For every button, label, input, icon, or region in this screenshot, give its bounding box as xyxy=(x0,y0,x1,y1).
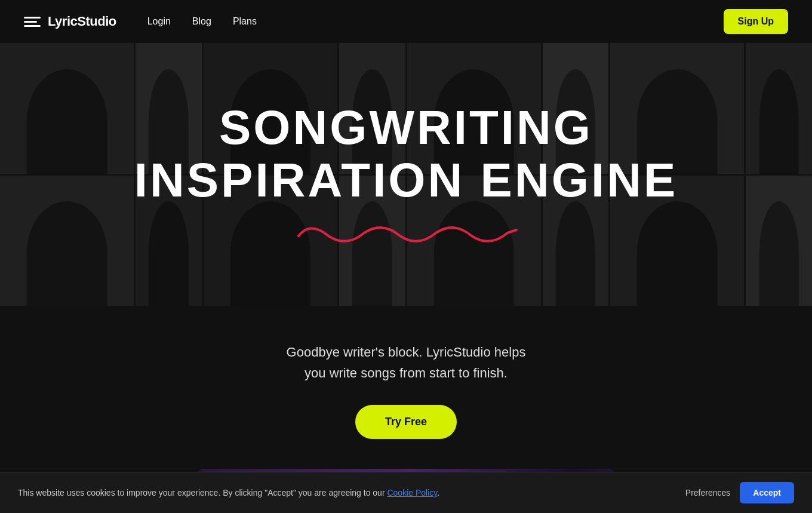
cookie-actions: Preferences Accept xyxy=(685,482,794,503)
nav-link-login[interactable]: Login xyxy=(147,16,171,27)
cookie-banner: This website uses cookies to improve you… xyxy=(0,472,812,513)
hero-text-overlay: SONGWRITING INSPIRATION ENGINE xyxy=(0,104,812,245)
cookie-period: . xyxy=(437,488,439,497)
nav-links: Login Blog Plans xyxy=(147,16,257,27)
navigation: LyricStudio Login Blog Plans Sign Up xyxy=(0,0,812,43)
subtitle-line1: Goodbye writer's block. LyricStudio help… xyxy=(287,345,526,360)
accept-button[interactable]: Accept xyxy=(740,482,794,503)
signup-button[interactable]: Sign Up xyxy=(724,9,788,34)
try-free-button[interactable]: Try Free xyxy=(355,405,457,439)
nav-link-blog[interactable]: Blog xyxy=(192,16,211,27)
cookie-policy-link[interactable]: Cookie Policy xyxy=(387,488,437,497)
hero-title-line1: SONGWRITING xyxy=(0,104,812,152)
subtitle-section: Goodbye writer's block. LyricStudio help… xyxy=(0,306,812,469)
squiggle-decoration xyxy=(293,215,519,245)
preferences-button[interactable]: Preferences xyxy=(685,488,730,497)
subtitle-line2: you write songs from start to finish. xyxy=(304,365,508,380)
subtitle-text: Goodbye writer's block. LyricStudio help… xyxy=(239,342,573,383)
hero-title-line2: INSPIRATION ENGINE xyxy=(0,156,812,204)
logo-text: LyricStudio xyxy=(48,14,116,29)
nav-link-plans[interactable]: Plans xyxy=(233,16,257,27)
hero-grid: SONGWRITING INSPIRATION ENGINE xyxy=(0,43,812,306)
cookie-message: This website uses cookies to improve you… xyxy=(18,488,387,497)
cookie-text: This website uses cookies to improve you… xyxy=(18,488,685,497)
nav-left: LyricStudio Login Blog Plans xyxy=(24,14,257,29)
logo-icon xyxy=(24,17,41,27)
